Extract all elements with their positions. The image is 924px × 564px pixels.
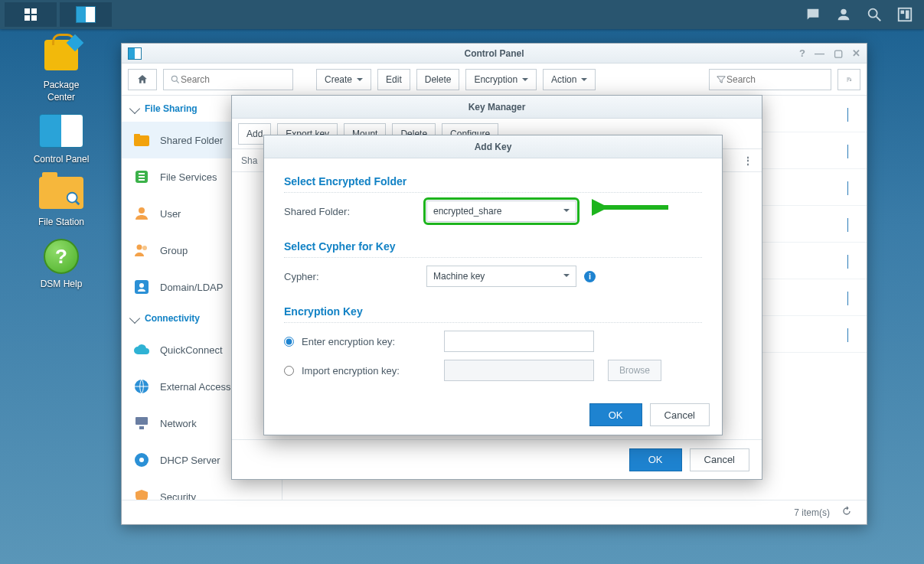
- desktop-icon-dsm-help[interactable]: ? DSM Help: [0, 239, 122, 291]
- taskbar: [0, 0, 924, 29]
- chevron-down-icon: [847, 328, 848, 342]
- modal-title: Key Manager: [232, 96, 762, 119]
- desktop: Package Center Control Panel File Statio…: [0, 29, 122, 291]
- main-search-input[interactable]: [726, 74, 818, 85]
- main-search[interactable]: [709, 69, 831, 90]
- more-button[interactable]: ⋮: [743, 155, 753, 166]
- chat-icon[interactable]: [805, 6, 821, 23]
- chevron-down-icon: [129, 313, 140, 324]
- desktop-icon-package-center[interactable]: Package Center: [0, 40, 122, 103]
- section-header: Select Encrypted Folder: [284, 171, 702, 193]
- sort-button[interactable]: [837, 69, 860, 90]
- help-button[interactable]: ?: [799, 47, 805, 59]
- reload-button[interactable]: [841, 505, 853, 520]
- shared-folder-label: Shared Folder:: [284, 206, 426, 217]
- search-icon[interactable]: [866, 6, 883, 23]
- modal-title: Add Key: [264, 135, 722, 158]
- chevron-down-icon: [129, 103, 140, 114]
- filter-icon: [716, 74, 726, 85]
- user-icon[interactable]: [835, 6, 852, 23]
- ok-button[interactable]: OK: [589, 403, 642, 426]
- sidebar-item-security[interactable]: Security: [122, 478, 282, 500]
- sidebar-item-label: Network: [160, 418, 197, 429]
- domain-icon: [132, 278, 151, 296]
- create-button[interactable]: Create: [316, 69, 371, 90]
- chevron-down-icon: [847, 218, 848, 232]
- column-header: Sha: [241, 155, 257, 166]
- cypher-select[interactable]: Machine key: [426, 266, 576, 287]
- shield-icon: [132, 487, 151, 500]
- sidebar-item-label: QuickConnect: [160, 344, 223, 356]
- sidebar-item-label: Shared Folder: [160, 135, 223, 146]
- chevron-down-icon: [847, 292, 848, 305]
- group-icon: [132, 241, 151, 259]
- cypher-label: Cypher:: [284, 271, 426, 282]
- sidebar-item-label: Domain/LDAP: [160, 282, 223, 293]
- svg-rect-9: [906, 11, 909, 19]
- encryption-key-input[interactable]: [444, 331, 594, 352]
- apps-button[interactable]: [5, 2, 57, 27]
- sidebar-item-label: External Access: [160, 381, 231, 393]
- svg-rect-0: [24, 8, 30, 14]
- chevron-down-icon: [847, 255, 848, 269]
- cancel-button[interactable]: Cancel: [650, 403, 710, 426]
- desktop-icon-file-station[interactable]: File Station: [0, 177, 122, 229]
- user-icon: [132, 204, 151, 223]
- import-key-radio[interactable]: [284, 366, 294, 376]
- window-toolbar: Create Edit Delete Encryption Action: [122, 64, 867, 96]
- caret-down-icon: [563, 209, 570, 215]
- widgets-icon[interactable]: [896, 6, 913, 23]
- enter-key-radio[interactable]: [284, 337, 294, 347]
- svg-point-17: [139, 207, 145, 214]
- select-value: encrypted_share: [433, 206, 501, 217]
- svg-point-4: [841, 9, 846, 15]
- control-panel-icon: [76, 6, 96, 23]
- minimize-button[interactable]: —: [815, 47, 824, 59]
- footer: 7 item(s): [122, 500, 867, 524]
- desktop-label: DSM Help: [0, 279, 122, 291]
- svg-point-10: [67, 193, 77, 203]
- enter-key-label: Enter encryption key:: [302, 336, 436, 347]
- maximize-button[interactable]: ▢: [834, 47, 843, 59]
- sidebar-search-input[interactable]: [181, 74, 273, 85]
- sidebar-item-label: DHCP Server: [160, 455, 220, 466]
- caret-down-icon: [581, 78, 587, 84]
- desktop-label: Package Center: [0, 80, 122, 103]
- ok-button[interactable]: OK: [629, 448, 682, 471]
- folder-icon: [132, 131, 151, 149]
- running-app-button[interactable]: [60, 2, 112, 27]
- sidebar-search[interactable]: [163, 69, 293, 90]
- help-icon: ?: [44, 239, 79, 274]
- browse-button: Browse: [608, 360, 661, 381]
- search-icon: [170, 74, 181, 85]
- svg-point-26: [139, 458, 144, 462]
- svg-rect-23: [135, 417, 148, 425]
- shared-folder-select[interactable]: encrypted_share: [426, 200, 576, 222]
- svg-line-13: [177, 80, 179, 83]
- info-icon[interactable]: i: [584, 271, 596, 282]
- delete-button[interactable]: Delete: [416, 69, 460, 90]
- chevron-down-icon: [847, 145, 848, 158]
- section-header: Encryption Key: [284, 301, 702, 323]
- control-panel-icon: [128, 47, 142, 60]
- action-button[interactable]: Action: [543, 69, 596, 90]
- bag-icon: [44, 40, 78, 70]
- svg-rect-1: [31, 8, 37, 14]
- network-icon: [132, 414, 151, 432]
- encryption-button[interactable]: Encryption: [465, 69, 537, 90]
- import-key-path: [444, 360, 594, 381]
- select-value: Machine key: [433, 271, 485, 282]
- add-key-modal: Add Key Select Encrypted Folder Shared F…: [263, 135, 723, 435]
- cancel-button[interactable]: Cancel: [690, 448, 749, 471]
- edit-button[interactable]: Edit: [377, 69, 410, 90]
- svg-line-11: [76, 201, 80, 205]
- home-button[interactable]: [128, 69, 157, 90]
- window-title: Control Panel: [464, 48, 524, 59]
- desktop-icon-control-panel[interactable]: Control Panel: [0, 114, 122, 166]
- svg-rect-2: [24, 15, 30, 21]
- close-button[interactable]: ✕: [852, 47, 860, 59]
- globe-icon: [132, 377, 151, 396]
- folder-icon: [39, 177, 83, 209]
- chevron-down-icon: [847, 181, 848, 195]
- chevron-down-icon: [847, 108, 848, 122]
